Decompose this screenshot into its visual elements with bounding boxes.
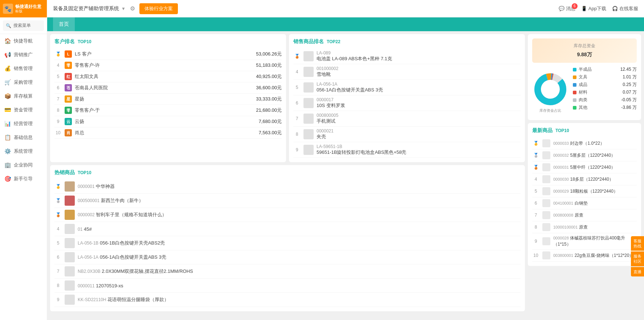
settings-icon[interactable]: ⚙ [130,5,135,12]
sidebar-item-inventory[interactable]: 📦库存核算 [0,89,47,103]
search-menu-button[interactable]: 🔍 搜索菜单 [3,20,44,31]
inventory-card: 库存总资金 9.88万 [528,34,641,120]
new-product-row: 6004100001 白钢垫 [532,197,637,209]
system-icon: ⚙️ [4,148,11,155]
customer-ranking-list: 🥇LLS 客户53,006.26元4零零售客户-许51,183.00元5红红太阳… [54,49,282,139]
sidebar-item-system[interactable]: ⚙️系统管理 [0,144,47,158]
sidebar-item-basic[interactable]: 📋基础信息 [0,131,47,144]
content-area: 客户排名 TOP10 🥇LLS 客户53,006.26元4零零售客户-许51,1… [47,31,644,320]
chart-area: 库存资金占比 半成品12.45 万文具1.01 万成品0.25 万材料0.07 … [532,66,637,112]
new-product-row: 🥉0000031 5厘中纤（1220*2440） [532,161,637,173]
sidebar-item-enterprise[interactable]: 🏢企业协同 [0,158,47,172]
float-buttons: 客服热线服务社区直播 [631,236,644,276]
new-product-row: 40000030 18多层（1220*2440） [532,173,637,185]
new-products-list: 🥇0000033 封边带（1.0*22）🥈0000032 5厘多层（1220*2… [532,138,637,262]
left-panel: 客户排名 TOP10 🥇LLS 客户53,006.26元4零零售客户-许51,1… [47,31,528,320]
donut-chart: 库存资金占比 [532,71,568,107]
logo-icon: 🐾 [3,4,13,14]
operation-icon: 📊 [4,120,11,127]
legend-item: 材料0.07 万 [573,89,637,95]
tab-home[interactable]: 首页 [53,17,75,31]
hot-product-row: 9KK-SD22110H 花语萌恒温分腿睡袋（厚款） [54,293,521,307]
hot-products-card: 热销商品 TOP10 🥇0000001 中华神器🥈000500001 新西兰牛肉… [50,165,525,311]
legend-item: 文具1.01 万 [573,74,637,80]
customer-rank-row: 4零零售客户-许51,183.00元 [54,60,282,71]
header-right: 💬 消息 6 📱 App下载 🎧 在线客服 [559,5,638,12]
sales-rank-row: 9LA-59651-1B59651-1B旋转投影灯电池盒ABS黑色+58壳 [293,142,521,158]
hot-product-row: 🥈000500001 新西兰牛肉（新牛） [54,194,521,208]
purchase-icon: 🛒 [4,79,11,86]
customer-rank-row: 8零零售客户-于21,680.00元 [54,105,282,116]
online-service-button[interactable]: 🎧 在线客服 [612,5,638,12]
main-area: 装备及固定资产辅助管理系统 ▼ ⚙ 体验行业方案 💬 消息 6 📱 App下载 … [47,0,644,320]
inventory-total: 库存总资金 9.88万 [532,38,637,63]
hot-products-list: 🥇0000001 中华神器🥈000500001 新西兰牛肉（新牛）🥉000000… [54,180,521,307]
finance-icon: 💳 [4,107,11,113]
customer-rank-row: 10肖肖总7,563.00元 [54,127,282,139]
sales-rank-row: 4001000002雪地靴 [293,64,521,80]
sidebar-item-finance[interactable]: 💳资金管理 [0,103,47,117]
message-icon: 💬 [559,6,564,11]
inventory-icon: 📦 [4,93,11,99]
inventory-total-value: 9.88万 [537,49,632,58]
customer-rank-row: 🥇LLS 客户53,006.26元 [54,49,282,60]
hot-product-row: 🥉0000002 智利车子里（规格不知道填什么） [54,208,521,222]
search-icon: 🔍 [6,23,11,28]
enterprise-icon: 🏢 [4,162,11,168]
customer-rank-row: 5红红太阳文具40,925.00元 [54,71,282,82]
sidebar-item-sales[interactable]: 💰销售管理 [0,62,47,75]
sidebar-item-marketing[interactable]: 📢营销推广 [0,48,47,62]
basic-icon: 📋 [4,134,11,141]
customer-rank-row: 6苍苍南县人民医院36,600.00元 [54,82,282,94]
sidebar-item-operation[interactable]: 📊经营管理 [0,117,47,131]
hot-product-row: 7NB2.0X30B 2.0X30MM双摆花轴,摆花直径2.1MM/ROHS [54,264,521,279]
sales-icon: 💰 [4,65,11,72]
hot-product-row: 5LA-056-1B 056-1B白色按键开关壳ABS2壳 [54,236,521,250]
logo-text: 畅捷通好生意 标版 [15,4,41,13]
sales-ranking-title: 销售商品排名 TOP22 [293,38,521,45]
legend-item: 半成品12.45 万 [573,66,637,73]
new-products-title: 最新商品 TOP10 [532,127,637,134]
headset-icon: 🎧 [612,6,618,11]
new-product-row: 10003800001 22g鱼豆腐-烧烤味（1*12*20） [532,250,637,262]
message-button[interactable]: 💬 消息 6 [559,5,575,12]
right-panel: 库存总资金 9.88万 [528,31,644,320]
customer-ranking-title: 客户排名 TOP10 [54,38,282,45]
sidebar: 🐾 畅捷通好生意 标版 🔍 搜索菜单 🏠快捷导航📢营销推广💰销售管理🛒采购管理📦… [0,0,47,320]
float-btn-1[interactable]: 服务社区 [631,251,644,266]
legend-item: 成品0.25 万 [573,82,637,88]
app-download-button[interactable]: 📱 App下载 [581,5,606,12]
nav-bar: 首页 [47,17,644,31]
legend-item: 肉类-0.05 万 [573,97,637,103]
legend-item: 其他-3.86 万 [573,104,637,111]
new-product-row: 🥇0000033 封边带（1.0*22） [532,138,637,149]
sales-rank-row: 🥉LA-089电池盖 LA-089 ABS本色+黑种 7.1克 [293,49,521,64]
float-btn-0[interactable]: 客服热线 [631,236,644,251]
sales-ranking-list: 🥉LA-089电池盖 LA-089 ABS本色+黑种 7.1克400100000… [293,49,521,158]
system-name: 装备及固定资产辅助管理系统 ▼ [53,5,126,12]
sidebar-item-guide[interactable]: 🎯新手引导 [0,172,47,186]
marketing-icon: 📢 [4,52,11,58]
sales-rank-row: 6000001710S 变料罗浆 [293,95,521,111]
sidebar-logo: 🐾 畅捷通好生意 标版 [0,0,47,17]
hot-products-title: 热销商品 TOP10 [54,169,521,176]
customer-rank-row: 9云云扬7,680.00元 [54,116,282,127]
sales-rank-row: 5LA-056-1A056-1A白色按键开关盖ABS 3壳 [293,80,521,95]
top-header: 装备及固定资产辅助管理系统 ▼ ⚙ 体验行业方案 💬 消息 6 📱 App下载 … [47,0,644,17]
sidebar-item-purchase[interactable]: 🛒采购管理 [0,75,47,89]
new-products-card: 最新商品 TOP10 🥇0000033 封边带（1.0*22）🥈0000032 … [528,123,641,266]
float-btn-2[interactable]: 直播 [631,267,644,276]
new-product-row: 810000100001 原查 [532,221,637,233]
sidebar-search-area: 🔍 搜索菜单 [0,17,47,34]
new-product-row: 90000028 体槭荔枝味苏打饮品400毫升（1*15） [532,233,637,250]
inventory-legend: 半成品12.45 万文具1.01 万成品0.25 万材料0.07 万肉类-0.0… [573,66,637,112]
hot-product-row: 🥇0000001 中华神器 [54,180,521,194]
customer-ranking-card: 客户排名 TOP10 🥇LLS 客户53,006.26元4零零售客户-许51,1… [50,34,286,162]
sales-ranking-card: 销售商品排名 TOP22 🥉LA-089电池盖 LA-089 ABS本色+黑种 … [289,34,525,162]
sidebar-item-home[interactable]: 🏠快捷导航 [0,34,47,48]
trial-button[interactable]: 体验行业方案 [139,3,178,14]
new-product-row: 🥈0000032 5厘多层（1220*2440） [532,149,637,161]
customer-rank-row: 7星星扬33,333.00元 [54,94,282,105]
dropdown-icon: ▼ [121,6,126,11]
sales-rank-row: 80000021夹壳 [293,127,521,142]
